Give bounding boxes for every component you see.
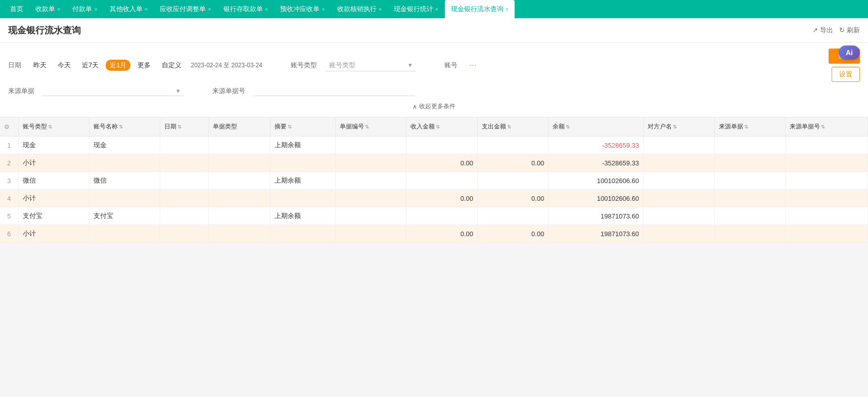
cell-account-type: 支付宝 bbox=[18, 207, 89, 225]
cell-summary: 上期余额 bbox=[270, 207, 335, 225]
cell-expense bbox=[477, 172, 548, 190]
export-icon: ↗ bbox=[812, 26, 818, 34]
refresh-icon: ↻ bbox=[839, 26, 845, 34]
close-reconcile-icon[interactable]: × bbox=[379, 0, 382, 18]
th-source-doc-no[interactable]: 来源单据号⇅ bbox=[785, 117, 867, 137]
cell-row-num: 1 bbox=[0, 137, 18, 154]
cell-summary bbox=[270, 154, 335, 172]
source-doc-label: 来源单据 bbox=[8, 86, 34, 96]
th-summary[interactable]: 摘要⇅ bbox=[270, 117, 335, 137]
cell-date bbox=[160, 172, 209, 190]
nav-home[interactable]: 首页 bbox=[4, 0, 29, 18]
settings-button[interactable]: 设置 bbox=[832, 67, 860, 82]
cell-counterparty bbox=[644, 154, 714, 172]
th-account-name[interactable]: 账号名称⇅ bbox=[89, 117, 160, 137]
nav-bank-deposit[interactable]: 银行存取款单 × bbox=[217, 0, 274, 18]
nav-payment[interactable]: 付款单 × bbox=[66, 0, 103, 18]
table-row: 5 支付宝 支付宝 上期余额 19871073.60 bbox=[0, 207, 868, 225]
cell-source-doc bbox=[714, 154, 785, 172]
close-cash-flow-icon[interactable]: × bbox=[506, 0, 509, 18]
close-other-income-icon[interactable]: × bbox=[145, 0, 148, 18]
cell-expense: 0.00 bbox=[477, 154, 548, 172]
collapse-label: 收起更多条件 bbox=[419, 102, 455, 111]
ai-badge[interactable]: Ai bbox=[839, 46, 860, 60]
account-ellipsis-button[interactable]: ··· bbox=[466, 61, 480, 70]
close-receipt-icon[interactable]: × bbox=[57, 0, 60, 18]
cell-account-type: 微信 bbox=[18, 172, 89, 190]
filter-area: 日期 昨天 今天 近7天 近1月 更多 自定义 2023-02-24 至 202… bbox=[0, 42, 868, 117]
cell-account-name bbox=[89, 225, 160, 243]
filter-row-1: 日期 昨天 今天 近7天 近1月 更多 自定义 2023-02-24 至 202… bbox=[8, 49, 860, 82]
cell-income: 0.00 bbox=[406, 225, 477, 243]
close-cash-stats-icon[interactable]: × bbox=[435, 0, 438, 18]
cell-income: 0.00 bbox=[406, 190, 477, 207]
source-doc-no-input[interactable] bbox=[253, 86, 415, 96]
cell-doc-type bbox=[208, 225, 270, 243]
date-7days[interactable]: 近7天 bbox=[78, 60, 103, 71]
th-date[interactable]: 日期⇅ bbox=[160, 117, 209, 137]
date-more[interactable]: 更多 bbox=[133, 60, 155, 71]
cell-doc-no bbox=[335, 225, 406, 243]
cell-counterparty bbox=[644, 137, 714, 154]
th-account-type[interactable]: 账号类型⇅ bbox=[18, 117, 89, 137]
account-type-select[interactable]: 账号类型 ▾ bbox=[325, 60, 416, 71]
cell-row-num: 4 bbox=[0, 190, 18, 207]
cell-doc-no bbox=[335, 207, 406, 225]
nav-cash-stats[interactable]: 现金银行统计 × bbox=[388, 0, 444, 18]
cell-date bbox=[160, 154, 209, 172]
source-doc-no-label: 来源单据号 bbox=[212, 86, 245, 96]
cell-summary: 上期余额 bbox=[270, 172, 335, 190]
export-button[interactable]: ↗ 导出 bbox=[812, 26, 833, 35]
cell-balance: 19871073.60 bbox=[549, 225, 644, 243]
th-doc-no[interactable]: 单据编号⇅ bbox=[335, 117, 406, 137]
cell-expense: 0.00 bbox=[477, 225, 548, 243]
close-prepay-icon[interactable]: × bbox=[322, 0, 325, 18]
th-expense[interactable]: 支出金额⇅ bbox=[477, 117, 548, 137]
date-range: 2023-02-24 至 2023-03-24 bbox=[191, 61, 262, 70]
cell-doc-no bbox=[335, 172, 406, 190]
cell-doc-type bbox=[208, 207, 270, 225]
th-source-doc[interactable]: 来源单据⇅ bbox=[714, 117, 785, 137]
account-label: 账号 bbox=[444, 61, 458, 70]
cell-date bbox=[160, 137, 209, 154]
page-header: 现金银行流水查询 ↗ 导出 ↻ 刷新 bbox=[0, 18, 868, 42]
account-type-chevron-icon: ▾ bbox=[408, 61, 412, 69]
cell-source-doc-no bbox=[785, 225, 867, 243]
cell-source-doc bbox=[714, 225, 785, 243]
nav-prepay[interactable]: 预收冲应收单 × bbox=[274, 0, 331, 18]
data-table: ⚙ 账号类型⇅ 账号名称⇅ 日期⇅ 单据类型 摘要⇅ 单据编号⇅ bbox=[0, 117, 868, 243]
th-gear[interactable]: ⚙ bbox=[0, 117, 18, 137]
cell-account-name bbox=[89, 154, 160, 172]
cell-account-type: 小计 bbox=[18, 190, 89, 207]
th-income[interactable]: 收入金额⇅ bbox=[406, 117, 477, 137]
date-yesterday[interactable]: 昨天 bbox=[29, 60, 51, 71]
close-adjustment-icon[interactable]: × bbox=[208, 0, 211, 18]
cell-doc-type bbox=[208, 137, 270, 154]
date-options: 昨天 今天 近7天 近1月 更多 自定义 2023-02-24 至 2023-0… bbox=[29, 60, 262, 71]
nav-cash-flow[interactable]: 现金银行流水查询 × bbox=[445, 0, 515, 18]
nav-other-income[interactable]: 其他收入单 × bbox=[104, 0, 154, 18]
nav-adjustment[interactable]: 应收应付调整单 × bbox=[154, 0, 217, 18]
date-custom[interactable]: 自定义 bbox=[158, 60, 186, 71]
cell-date bbox=[160, 225, 209, 243]
cell-counterparty bbox=[644, 225, 714, 243]
nav-reconcile[interactable]: 收款核销执行 × bbox=[331, 0, 388, 18]
close-payment-icon[interactable]: × bbox=[94, 0, 97, 18]
cell-income bbox=[406, 172, 477, 190]
nav-receipt[interactable]: 收款单 × bbox=[29, 0, 66, 18]
cell-summary bbox=[270, 190, 335, 207]
close-bank-deposit-icon[interactable]: × bbox=[265, 0, 268, 18]
th-counterparty[interactable]: 对方户名⇅ bbox=[644, 117, 714, 137]
cell-source-doc-no bbox=[785, 137, 867, 154]
table-row: 2 小计 0.00 0.00 -3528659.33 bbox=[0, 154, 868, 172]
date-today[interactable]: 今天 bbox=[54, 60, 75, 71]
refresh-button[interactable]: ↻ 刷新 bbox=[839, 26, 860, 35]
cell-income bbox=[406, 207, 477, 225]
cell-balance: 100102606.60 bbox=[549, 172, 644, 190]
cell-counterparty bbox=[644, 207, 714, 225]
date-1month[interactable]: 近1月 bbox=[106, 60, 130, 71]
source-doc-select[interactable]: ▾ bbox=[42, 86, 184, 96]
cell-account-type: 小计 bbox=[18, 225, 89, 243]
collapse-bar[interactable]: ∧ 收起更多条件 bbox=[8, 100, 860, 113]
th-balance[interactable]: 余额⇅ bbox=[549, 117, 644, 137]
